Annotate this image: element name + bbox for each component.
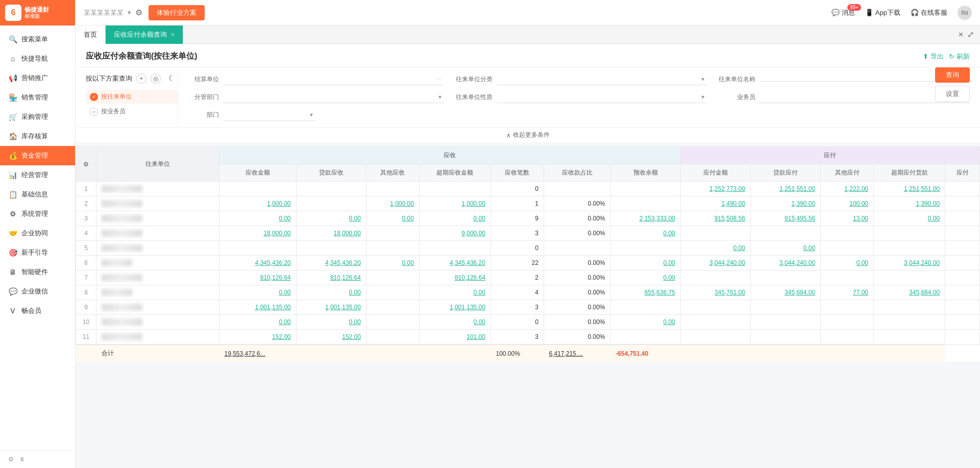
- sidebar-item-wechat[interactable]: 💬 企业微信: [0, 282, 75, 301]
- sidebar-item-guide[interactable]: 🎯 新手引导: [0, 243, 75, 262]
- message-button[interactable]: 💬 消息 99+: [831, 8, 855, 17]
- member-icon: V: [8, 306, 17, 315]
- table-body: 1XXXXXXXXXX01,252,773.001,251,551.001,22…: [76, 182, 980, 345]
- query-button[interactable]: 查询: [935, 67, 970, 83]
- footer-ar-ratio: 100.00%: [491, 344, 544, 362]
- sidebar-item-hardware[interactable]: 🖥 智能硬件: [0, 262, 75, 282]
- sidebar-item-system[interactable]: ⚙ 系统管理: [0, 204, 75, 224]
- col-ap-amount: 应付金额: [680, 164, 750, 182]
- table-section: ⚙ 往来单位 应收 应付 应收金额 贷款应收 其他应收 超期应收金额 应收笔数: [76, 146, 980, 362]
- chevron-left-icon[interactable]: 《: [165, 74, 172, 83]
- message-icon: 💬: [831, 9, 840, 16]
- scheme-item-partner[interactable]: ✓ 按往来单位: [86, 90, 178, 104]
- partner-category-field: 往来单位分类 ▾: [452, 73, 707, 85]
- header-right: 💬 消息 99+ 📱 App下载 🎧 在线客服 Rit: [831, 6, 972, 20]
- row-partner: XXXXXXXXXX: [96, 196, 219, 211]
- logo-text: 畅捷通财 标准版: [24, 6, 49, 19]
- row-partner: XXXXXXXXXX: [96, 315, 219, 330]
- system-icon: ⚙: [8, 209, 17, 218]
- sidebar-item-marketing[interactable]: 📢 营销推广: [0, 68, 75, 88]
- footer-label: 合计: [96, 344, 219, 362]
- page-actions: ⬆ 导出 ↻ 刷新: [923, 52, 970, 61]
- dept-select[interactable]: ▾: [223, 109, 315, 121]
- partner-category-select[interactable]: ▾: [497, 73, 707, 85]
- app-download-button[interactable]: 📱 App下载: [865, 8, 900, 17]
- table-wrapper[interactable]: ⚙ 往来单位 应收 应付 应收金额 贷款应收 其他应收 超期应收金额 应收笔数: [76, 146, 980, 362]
- col-ar-loan: 贷款应收: [296, 164, 366, 182]
- fullscreen-button[interactable]: ⤢: [967, 30, 974, 39]
- scheme-list: ✓ 按往来单位 ○ 按业务员: [86, 90, 178, 118]
- solution-button[interactable]: 体验行业方案: [149, 5, 205, 20]
- filter-row-3: 部门 ▾: [188, 109, 970, 121]
- col-gear: ⚙: [76, 147, 96, 182]
- salesperson-field: 业务员 ···: [715, 91, 970, 103]
- partner-nature-field: 往来单位性质 ▾: [452, 91, 707, 103]
- row-partner: ^: [96, 256, 219, 270]
- col-partner: 往来单位: [96, 147, 219, 182]
- table-row: 8p0.000.000.0040.00%655,636.75345,761.00…: [76, 285, 980, 300]
- add-scheme-button[interactable]: +: [136, 73, 146, 84]
- sidebar-item-inventory[interactable]: 🏠 库存核算: [0, 127, 75, 146]
- table-row: 5XXXXXXXXXX00.000.00: [76, 241, 980, 256]
- table-row: 4XXXXXXXXXX18,000.0018,000.009,000.0030.…: [76, 226, 980, 241]
- content-area: 应收应付余额查询(按往来单位) ⬆ 导出 ↻ 刷新 查询 设置: [76, 44, 980, 468]
- scheme-item-salesperson[interactable]: ○ 按业务员: [86, 105, 178, 118]
- sidebar-item-sales[interactable]: 🏪 销售管理: [0, 88, 75, 107]
- purchase-icon: 🛒: [8, 112, 17, 121]
- guide-icon: 🎯: [8, 248, 17, 257]
- message-badge: 99+: [847, 4, 861, 11]
- export-icon: ⬆: [923, 53, 928, 60]
- gear-icon[interactable]: ⚙: [83, 161, 89, 168]
- dept-field: 部门 ▾: [188, 109, 315, 121]
- refresh-button[interactable]: ↻ 刷新: [949, 52, 970, 61]
- refresh-icon: ↻: [949, 53, 954, 60]
- row-num: 2: [76, 196, 96, 211]
- pause-icon[interactable]: ⏸: [19, 456, 25, 463]
- dropdown-icon[interactable]: ▾: [128, 9, 131, 16]
- tab-home[interactable]: 首页: [76, 26, 106, 44]
- branch-dept-label: 分管部门: [188, 93, 219, 102]
- footer-ar-advance[interactable]: 6,417,215....: [544, 344, 610, 362]
- partner-name-label: 往来单位名称: [715, 75, 755, 84]
- sidebar-item-finance[interactable]: 💰 资金管理: [0, 146, 75, 165]
- footer-ar-total[interactable]: 19,553,472,6...: [219, 344, 297, 362]
- tab-close-icon[interactable]: ×: [171, 31, 175, 38]
- col-ar-group: 应收: [219, 147, 681, 164]
- partner-name-field: 往来单位名称: [715, 75, 970, 84]
- edit-scheme-button[interactable]: ◎: [151, 73, 161, 84]
- col-ar-other: 其他应收: [366, 164, 419, 182]
- filter-action-buttons: 查询 设置: [935, 67, 970, 102]
- service-button[interactable]: 🎧 在线客服: [911, 8, 947, 17]
- sidebar-item-management[interactable]: 📊 经营管理: [0, 165, 75, 185]
- home-icon: ⌂: [8, 54, 17, 63]
- sidebar-item-search[interactable]: 🔍 搜索菜单: [0, 30, 75, 49]
- table-row: 9XXXXXXXXXX1,001,135.001,001,135.001,001…: [76, 300, 980, 315]
- sidebar: 6 畅捷通财 标准版 🔍 搜索菜单 ⌂ 快捷导航 📢 营销推广 🏪 销售管理 🛒…: [0, 0, 76, 468]
- dropdown-arrow-icon3: ▾: [701, 93, 704, 101]
- settlement-unit-input[interactable]: ···: [223, 73, 444, 85]
- setting-button[interactable]: 设置: [935, 86, 970, 102]
- sidebar-item-quick[interactable]: ⌂ 快捷导航: [0, 49, 75, 68]
- user-avatar[interactable]: Rit: [958, 6, 972, 20]
- finance-icon: 💰: [8, 151, 17, 160]
- sidebar-item-corp[interactable]: 🤝 企业协同: [0, 224, 75, 243]
- sidebar-item-purchase[interactable]: 🛒 采购管理: [0, 107, 75, 127]
- header-gear-icon[interactable]: ⚙: [135, 8, 142, 17]
- scheme-radio-icon: ○: [90, 108, 98, 116]
- search-icon: 🔍: [8, 35, 17, 44]
- collapse-button[interactable]: ∧ 收起更多条件: [506, 131, 550, 139]
- dropdown-arrow-icon2: ▾: [438, 93, 442, 101]
- partner-nature-select[interactable]: ▾: [497, 91, 707, 103]
- col-ar-count: 应收笔数: [491, 164, 544, 182]
- close-window-button[interactable]: ×: [959, 30, 963, 39]
- sidebar-item-basic[interactable]: 📋 基础信息: [0, 185, 75, 204]
- scheme-panel: 按以下方案查询 + ◎ 《 ✓ 按往来单位 ○ 按业务员: [86, 73, 178, 127]
- export-button[interactable]: ⬆ 导出: [923, 52, 944, 61]
- sidebar-item-member[interactable]: V 畅会员: [0, 301, 75, 321]
- settlement-unit-label: 结算单位: [188, 75, 219, 84]
- branch-dept-select[interactable]: ▾: [223, 91, 444, 103]
- row-num: 9: [76, 300, 96, 315]
- settings-icon[interactable]: ⚙: [8, 456, 14, 463]
- tab-ar-ap[interactable]: 应收应付余额查询 ×: [106, 26, 183, 44]
- row-num: 8: [76, 285, 96, 300]
